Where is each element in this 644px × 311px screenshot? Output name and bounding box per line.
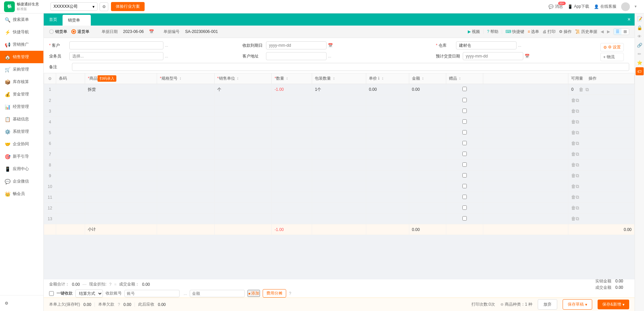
copy-icon[interactable]: ⧉: [576, 108, 579, 114]
qty-sort-icon[interactable]: ↕: [286, 76, 288, 81]
toolbar-operation[interactable]: ⚙ 操作: [559, 29, 572, 35]
price-1[interactable]: 0.00: [366, 84, 409, 95]
view-list-btn[interactable]: ☰: [614, 29, 621, 35]
amount-1[interactable]: 0.00: [409, 84, 446, 95]
tab-close-icon[interactable]: ×: [83, 17, 85, 23]
sidebar-item-search[interactable]: 🔍 搜索菜单: [0, 13, 43, 26]
account-input[interactable]: [124, 290, 180, 297]
service-button[interactable]: 👤 在线客服: [594, 4, 616, 9]
spec-sort-icon[interactable]: ↕: [179, 76, 181, 81]
tab-home[interactable]: 首页: [44, 13, 63, 26]
tab-current[interactable]: 销货单 ×: [63, 15, 91, 26]
warehouse-input[interactable]: [456, 41, 517, 49]
delete-icon[interactable]: 🗑: [571, 108, 576, 114]
gift-checkbox-1[interactable]: [462, 87, 467, 91]
abandon-button[interactable]: 放弃: [538, 299, 557, 310]
delete-icon[interactable]: 🗑: [571, 98, 576, 103]
copy-icon[interactable]: ⧉: [576, 162, 579, 167]
expense-help-icon[interactable]: ?: [289, 291, 291, 296]
delete-icon[interactable]: 🗑: [571, 130, 576, 135]
pack-sort-icon[interactable]: ↕: [333, 76, 335, 81]
trial-button[interactable]: 体验行业方案: [111, 2, 145, 11]
sidebar-item-base[interactable]: 📋 基础信息: [0, 113, 43, 125]
sidebar-item-wechat[interactable]: 💬 企业微信: [0, 175, 43, 188]
delete-icon[interactable]: 🗑: [571, 141, 576, 146]
toolbar-video[interactable]: ▶ 视频: [468, 29, 480, 35]
nav-prev[interactable]: ◀: [601, 29, 604, 34]
copy-icon[interactable]: ⧉: [576, 216, 579, 221]
sidebar-item-quick[interactable]: ⚡ 快捷导航: [0, 26, 43, 38]
rs-icon-1[interactable]: 📝: [636, 15, 644, 23]
copy-icon[interactable]: ⧉: [576, 98, 579, 103]
remark-input[interactable]: [72, 63, 629, 71]
sidebar-item-inventory[interactable]: 📦 库存核算: [0, 76, 43, 88]
settings-button[interactable]: ⚙ ⚙ 设置: [600, 43, 624, 51]
sidebar-item-operation[interactable]: 📊 经营管理: [0, 101, 43, 113]
expense-split-button[interactable]: 费用分摊: [263, 289, 286, 298]
copy-icon[interactable]: ⧉: [576, 130, 579, 135]
copy-icon[interactable]: ⧉: [576, 151, 579, 157]
delete-icon[interactable]: 🗑: [571, 151, 576, 157]
due-date-calendar-icon[interactable]: 📅: [328, 43, 333, 48]
customer-input[interactable]: [69, 41, 163, 49]
debt-help-icon[interactable]: ?: [118, 302, 120, 307]
delete-icon[interactable]: 🗑: [571, 184, 576, 189]
toolbar-shortcut[interactable]: ⌨ 快捷键: [505, 29, 524, 35]
qty-1[interactable]: -1.00: [272, 84, 312, 95]
rs-icon-7[interactable]: 🏷: [636, 67, 644, 75]
delete-icon[interactable]: 🗑: [571, 205, 576, 210]
customer-dots[interactable]: ...: [165, 43, 168, 48]
barcode-1[interactable]: [56, 84, 85, 95]
user-dropdown[interactable]: ▾: [635, 4, 640, 9]
sidebar-settings-button[interactable]: ⚙: [0, 298, 43, 308]
delete-icon[interactable]: 🗑: [571, 173, 576, 178]
delete-icon[interactable]: 🗑: [571, 194, 576, 200]
nav-next[interactable]: ▶: [607, 29, 610, 34]
delete-icon[interactable]: 🗑: [571, 216, 576, 221]
sidebar-item-member[interactable]: 👑 畅会员: [0, 188, 43, 200]
delete-icon-1[interactable]: 🗑: [579, 87, 583, 92]
addr-dots[interactable]: ...: [328, 54, 331, 59]
amount-sort-icon[interactable]: ↕: [422, 76, 424, 81]
amount-input[interactable]: [190, 290, 245, 297]
save-new-button[interactable]: 保存&新增 ▾: [598, 300, 629, 309]
sidebar-item-collab[interactable]: 🤝 企业协同: [0, 138, 43, 150]
unit-1[interactable]: 个: [214, 84, 272, 95]
expected-date-input[interactable]: [463, 52, 523, 60]
copy-icon[interactable]: ⧉: [576, 119, 579, 124]
radio-return[interactable]: 退货单: [71, 29, 89, 35]
calendar-icon[interactable]: 📅: [149, 29, 154, 34]
sidebar-item-sales[interactable]: 🏠 销售管理: [0, 51, 43, 63]
toolbar-print[interactable]: 🖨 打印: [542, 29, 556, 35]
rs-icon-2[interactable]: 🔒: [636, 24, 644, 32]
addr-input[interactable]: [266, 52, 327, 60]
scan-btn[interactable]: 扫码录入: [98, 75, 116, 82]
company-dropdown-icon[interactable]: ▾: [92, 4, 94, 9]
sidebar-item-marketing[interactable]: 📢 营销推广: [0, 38, 43, 51]
expected-calendar-icon[interactable]: 📅: [525, 54, 530, 59]
company-settings-button[interactable]: ⚙: [100, 2, 108, 11]
copy-icon[interactable]: ⧉: [576, 184, 579, 189]
message-button[interactable]: 💬 消息 99+: [548, 4, 563, 9]
sidebar-item-guide[interactable]: 🎯 新手引导: [0, 150, 43, 163]
rs-icon-4[interactable]: 🔗: [636, 41, 644, 49]
sidebar-item-capital[interactable]: 💰 资金管理: [0, 88, 43, 101]
gift-sort-icon[interactable]: ↕: [459, 76, 461, 81]
rs-icon-5[interactable]: ✏: [636, 50, 644, 58]
copy-icon[interactable]: ⧉: [576, 141, 579, 146]
account-dots[interactable]: ...: [184, 291, 187, 296]
logistics-button[interactable]: + 物流: [600, 53, 624, 61]
delete-icon[interactable]: 🗑: [571, 162, 576, 167]
radio-sales[interactable]: 销货单: [49, 29, 67, 35]
spec-1[interactable]: [157, 84, 215, 95]
toolbar-select[interactable]: ≡ 选单: [528, 29, 539, 35]
close-window-button[interactable]: ×: [628, 16, 635, 23]
salesperson-input[interactable]: [69, 52, 163, 60]
user-avatar[interactable]: [621, 2, 630, 11]
view-grid-btn[interactable]: ⊞: [621, 29, 629, 35]
rs-icon-3[interactable]: 👁: [636, 32, 644, 40]
th-settings[interactable]: ⚙: [44, 73, 56, 84]
due-date-input[interactable]: [266, 41, 327, 49]
gift-1[interactable]: [446, 84, 483, 95]
delete-icon[interactable]: 🗑: [571, 119, 576, 124]
